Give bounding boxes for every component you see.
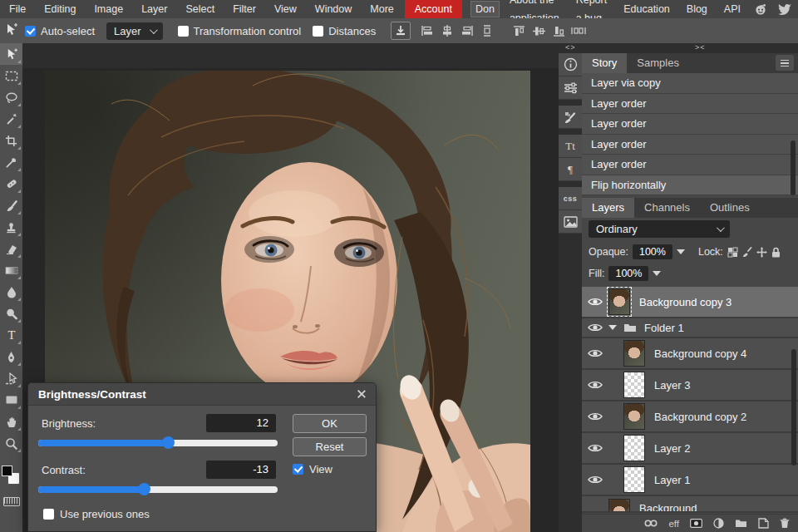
history-item[interactable]: Layer order <box>582 135 798 155</box>
history-brush-icon[interactable] <box>559 106 582 129</box>
layer-row[interactable]: Layer 3 <box>582 370 798 401</box>
hand-tool[interactable] <box>0 411 22 432</box>
folder-row[interactable]: Folder 1 <box>582 318 798 338</box>
layer-thumbnail[interactable] <box>623 403 645 430</box>
layer-thumbnail[interactable] <box>623 340 645 367</box>
image-panel-icon[interactable] <box>559 210 582 234</box>
use-previous-checkbox[interactable] <box>43 509 54 520</box>
magic-wand-tool[interactable] <box>0 108 22 130</box>
spot-heal-tool[interactable] <box>0 173 22 195</box>
history-item-current[interactable]: Flip horizontally <box>582 175 798 196</box>
lock-pixels-icon[interactable] <box>742 247 752 258</box>
lock-position-icon[interactable] <box>756 247 767 258</box>
reset-button[interactable]: Reset <box>293 437 367 456</box>
menu-filter[interactable]: Filter <box>224 0 265 18</box>
collapse-right-icon[interactable]: >< <box>695 43 706 52</box>
align-left-icon[interactable] <box>417 22 437 40</box>
foreground-color-swatch[interactable] <box>2 466 12 476</box>
visibility-eye-icon[interactable] <box>582 380 608 390</box>
pen-tool[interactable] <box>0 346 22 367</box>
menu-education[interactable]: Education <box>615 0 678 18</box>
blur-tool[interactable] <box>0 281 22 303</box>
visibility-eye-icon[interactable] <box>582 297 608 307</box>
layer-thumbnail[interactable] <box>623 435 645 461</box>
contrast-slider[interactable] <box>38 486 278 493</box>
menu-editing[interactable]: Editing <box>35 0 85 18</box>
distances-checkbox[interactable] <box>313 26 323 37</box>
align-center-h-icon[interactable] <box>437 22 457 40</box>
contrast-value-field[interactable]: -13 <box>206 461 276 479</box>
menu-view[interactable]: View <box>265 0 306 18</box>
menu-layer[interactable]: Layer <box>132 0 176 18</box>
tab-samples[interactable]: Samples <box>627 53 689 73</box>
contrast-slider-thumb[interactable] <box>138 483 150 495</box>
transformation-control-checkbox[interactable] <box>178 26 189 37</box>
zoom-tool[interactable] <box>0 432 22 454</box>
tab-story[interactable]: Story <box>582 53 627 73</box>
rect-select-tool[interactable] <box>0 65 22 86</box>
brightness-slider-thumb[interactable] <box>162 436 175 449</box>
group-icon[interactable] <box>735 519 747 528</box>
tab-channels[interactable]: Channels <box>634 198 700 218</box>
align-top-icon[interactable] <box>509 22 529 40</box>
align-middle-icon[interactable] <box>529 22 549 40</box>
history-scrollbar[interactable] <box>791 140 796 195</box>
brightness-slider[interactable] <box>38 440 278 446</box>
distribute-h-icon[interactable] <box>569 22 589 40</box>
layer-row[interactable]: Layer 1 <box>582 465 798 496</box>
save-tool-state-icon[interactable] <box>391 22 411 40</box>
tab-outlines[interactable]: Outlines <box>700 198 760 218</box>
effects-icon[interactable]: eff <box>668 519 679 529</box>
menu-select[interactable]: Select <box>176 0 224 18</box>
auto-select-checkbox[interactable] <box>25 26 36 37</box>
history-item[interactable]: Layer order <box>582 155 798 175</box>
dodge-tool[interactable] <box>0 303 22 324</box>
layer-thumbnail[interactable] <box>608 288 630 315</box>
dialog-close-icon[interactable] <box>357 390 366 398</box>
history-item[interactable]: Layer order <box>582 114 798 135</box>
eyedropper-tool[interactable] <box>0 151 22 173</box>
gradient-tool[interactable] <box>0 259 22 281</box>
paragraph-panel-icon[interactable]: ¶ <box>559 158 582 181</box>
distribute-v-icon[interactable] <box>477 22 497 40</box>
lock-transparency-icon[interactable] <box>727 247 738 258</box>
donate-button[interactable]: Don <box>470 1 500 17</box>
visibility-eye-icon[interactable] <box>582 443 608 453</box>
path-select-tool[interactable] <box>0 367 22 389</box>
info-icon[interactable] <box>559 53 582 76</box>
layers-scrollbar[interactable] <box>791 349 796 466</box>
keyboard-shortcuts-icon[interactable] <box>3 497 20 506</box>
menu-api[interactable]: API <box>716 0 749 18</box>
layer-row[interactable]: Layer 2 <box>582 433 798 465</box>
crop-tool[interactable] <box>0 130 22 151</box>
lock-all-icon[interactable] <box>771 247 781 258</box>
opacity-value[interactable]: 100% <box>633 244 672 259</box>
align-right-icon[interactable] <box>457 22 477 40</box>
layer-thumbnail[interactable] <box>623 466 645 493</box>
twitter-icon[interactable] <box>778 3 792 16</box>
history-item[interactable]: Layer order <box>582 94 798 115</box>
visibility-eye-icon[interactable] <box>582 348 608 358</box>
layer-thumbnail[interactable] <box>623 372 645 398</box>
opacity-dropdown-icon[interactable] <box>677 249 685 254</box>
lasso-tool[interactable] <box>0 86 22 108</box>
mask-icon[interactable] <box>690 519 702 528</box>
visibility-eye-icon[interactable] <box>582 475 608 485</box>
visibility-eye-icon[interactable] <box>582 411 608 421</box>
layer-thumbnail[interactable] <box>608 499 630 513</box>
ok-button[interactable]: OK <box>293 414 367 433</box>
view-checkbox[interactable] <box>293 464 303 475</box>
auto-select-target-dropdown[interactable]: Layer <box>106 22 163 40</box>
character-panel-icon[interactable]: Tt <box>559 135 582 158</box>
tab-layers[interactable]: Layers <box>582 198 634 218</box>
new-layer-icon[interactable] <box>758 518 769 529</box>
type-tool[interactable]: T <box>0 324 22 346</box>
fill-value[interactable]: 100% <box>608 266 648 281</box>
layer-row[interactable]: Background copy 3 <box>582 287 798 318</box>
move-tool[interactable] <box>0 43 22 65</box>
visibility-eye-icon[interactable] <box>582 323 608 332</box>
folder-expand-icon[interactable] <box>608 325 617 330</box>
menu-image[interactable]: Image <box>85 0 132 18</box>
adjustment-icon[interactable] <box>713 518 724 529</box>
clone-stamp-tool[interactable] <box>0 216 22 238</box>
